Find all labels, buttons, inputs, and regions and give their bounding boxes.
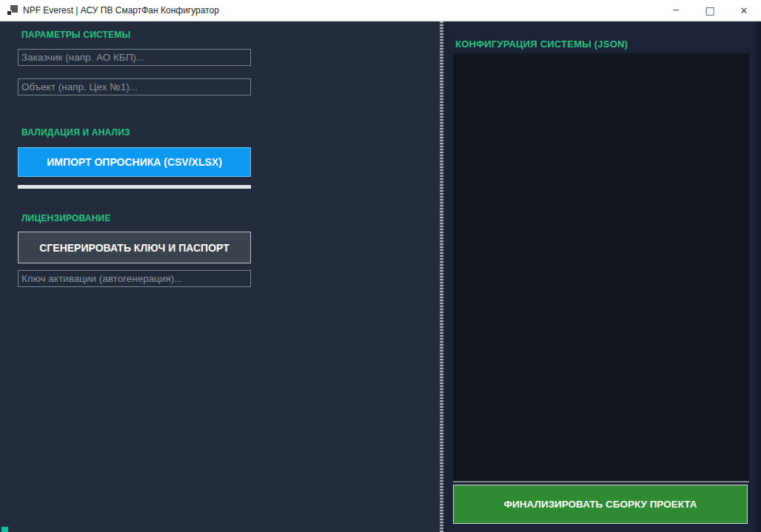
maximize-icon[interactable]: □	[693, 0, 727, 21]
validation-section-heading: ВАЛИДАЦИЯ И АНАЛИЗ	[21, 127, 130, 138]
window-controls: ─ □ ✕	[659, 0, 761, 21]
json-config-heading: КОНФИГУРАЦИЯ СИСТЕМЫ (JSON)	[455, 38, 628, 50]
customer-input[interactable]	[18, 49, 251, 66]
titlebar: NPF Everest | АСУ ПВ СмартФан Конфигурат…	[0, 0, 761, 21]
right-panel: КОНФИГУРАЦИЯ СИСТЕМЫ (JSON) ФИНАЛИЗИРОВА…	[443, 21, 756, 532]
minimize-icon[interactable]: ─	[659, 0, 693, 21]
generate-key-button[interactable]: СГЕНЕРИРОВАТЬ КЛЮЧ И ПАСПОРТ	[18, 232, 251, 263]
import-questionnaire-button[interactable]: ИМПОРТ ОПРОСНИКА (CSV/XLSX)	[18, 147, 251, 177]
json-config-editor[interactable]	[453, 53, 749, 482]
app-icon	[7, 5, 18, 16]
import-progress-bar	[18, 185, 251, 189]
close-icon[interactable]: ✕	[727, 0, 761, 21]
app-icon-front-square	[7, 10, 12, 16]
object-input[interactable]	[18, 78, 251, 95]
finalize-build-button[interactable]: ФИНАЛИЗИРОВАТЬ СБОРКУ ПРОЕКТА	[453, 485, 748, 524]
params-section-heading: ПАРАМЕТРЫ СИСТЕМЫ	[21, 30, 130, 40]
app-window: NPF Everest | АСУ ПВ СмартФан Конфигурат…	[0, 0, 761, 532]
window-right-edge	[756, 21, 761, 532]
window-title: NPF Everest | АСУ ПВ СмартФан Конфигурат…	[23, 5, 219, 16]
license-section-heading: ЛИЦЕНЗИРОВАНИЕ	[21, 213, 111, 223]
activation-key-input[interactable]	[18, 270, 251, 287]
taskbar-icon-fragment	[1, 527, 8, 532]
